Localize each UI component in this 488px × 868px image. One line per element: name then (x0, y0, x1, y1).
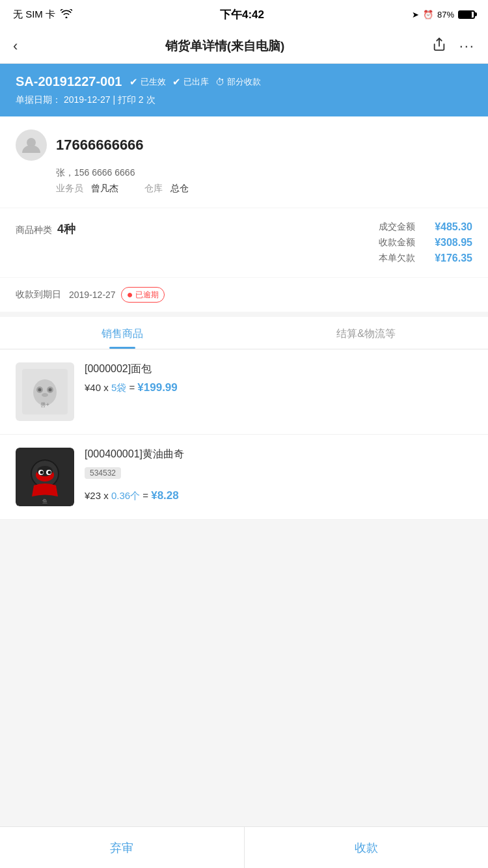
tab-sales-products[interactable]: 销售商品 (0, 317, 244, 349)
summary-card: 商品种类 4种 成交金额 ¥485.30 收款金额 ¥308.95 本单欠款 ¥… (0, 208, 488, 277)
product-price-1: ¥40 x 5袋 = ¥199.99 (85, 381, 472, 394)
list-item: 兽+ [0000002]面包 ¥40 x 5袋 = ¥199.99 (0, 349, 488, 435)
carrier-label: 无 SIM 卡 (13, 8, 55, 21)
customer-contact: 张，156 6666 6666 (56, 167, 472, 179)
collect-payment-button[interactable]: 收款 (245, 827, 489, 868)
page-title: 销货单详情(来自电脑) (165, 38, 285, 55)
customer-meta: 业务员 曾凡杰 仓库 总仓 (56, 183, 472, 195)
alarm-icon: ⏰ (423, 10, 433, 20)
order-date: 单据日期： 2019-12-27 | 打印 2 次 (16, 94, 472, 106)
tab-settlement[interactable]: 结算&物流等 (244, 317, 488, 349)
warehouse-field: 仓库 总仓 (144, 183, 189, 195)
status-left: 无 SIM 卡 (13, 8, 72, 21)
share-icon[interactable] (432, 37, 446, 55)
customer-top: 17666666666 (16, 129, 472, 161)
product-thumbnail-1: 兽+ (16, 362, 74, 421)
back-button[interactable]: ‹ (13, 38, 18, 55)
product-info-2: [000400001]黄油曲奇 534532 ¥23 x 0.36个 = ¥8.… (85, 448, 472, 502)
product-qty-1: 5袋 (111, 382, 129, 393)
svg-text:兽+: 兽+ (40, 401, 49, 408)
order-id: SA-20191227-001 (16, 74, 122, 89)
bottom-bar: 弃审 收款 (0, 826, 488, 868)
salesperson-value: 曾凡杰 (91, 183, 118, 193)
product-info-1: [0000002]面包 ¥40 x 5袋 = ¥199.99 (85, 362, 472, 394)
due-date-row: 收款到期日 2019-12-27 ● 已逾期 (0, 278, 488, 312)
customer-card: 17666666666 张，156 6666 6666 业务员 曾凡杰 仓库 总… (0, 116, 488, 208)
overdue-badge: ● 已逾期 (121, 287, 165, 303)
product-sku-2: 534532 (85, 467, 121, 479)
nav-bar: ‹ 销货单详情(来自电脑) ··· (0, 29, 488, 64)
wifi-icon (61, 9, 72, 20)
badge-active: ✔ 已生效 (129, 76, 166, 88)
debt-amount: ¥176.35 (435, 252, 472, 264)
order-badges: ✔ 已生效 ✔ 已出库 ⏱ 部分收款 (129, 76, 261, 88)
summary-amounts: 成交金额 ¥485.30 收款金额 ¥308.95 本单欠款 ¥176.35 (379, 221, 472, 264)
badge-shipped: ✔ 已出库 (172, 76, 209, 88)
svg-point-18 (48, 471, 51, 474)
received-amount: ¥308.95 (435, 237, 472, 249)
order-header: SA-20191227-001 ✔ 已生效 ✔ 已出库 ⏱ 部分收款 单据日期：… (0, 64, 488, 116)
tabs: 销售商品 结算&物流等 (0, 317, 488, 349)
product-qty-2: 0.36个 (111, 490, 142, 501)
customer-name: 17666666666 (56, 137, 144, 154)
location-icon: ➤ (412, 10, 419, 20)
svg-point-7 (49, 388, 52, 392)
product-price-2: ¥23 x 0.36个 = ¥8.28 (85, 489, 472, 502)
warehouse-value: 总仓 (170, 183, 189, 193)
check-icon-1: ✔ (129, 76, 138, 88)
svg-point-8 (42, 393, 48, 397)
svg-text:鱼: 鱼 (42, 498, 47, 504)
status-right: ➤ ⏰ 87% (412, 10, 475, 20)
nav-actions: ··· (432, 37, 475, 55)
battery-percent: 87% (437, 10, 454, 20)
more-icon[interactable]: ··· (459, 38, 475, 55)
overdue-dot-icon: ● (127, 289, 133, 301)
salesperson-field: 业务员 曾凡杰 (56, 183, 118, 195)
product-list: 兽+ [0000002]面包 ¥40 x 5袋 = ¥199.99 (0, 349, 488, 520)
list-item: 鱼 [000400001]黄油曲奇 534532 ¥23 x 0.36个 = ¥… (0, 435, 488, 520)
product-total-2: ¥8.28 (151, 489, 179, 502)
product-name-1: [0000002]面包 (85, 362, 472, 376)
svg-point-17 (40, 471, 44, 474)
status-time: 下午4:42 (220, 7, 264, 22)
amount-row: 成交金额 ¥485.30 (379, 221, 472, 233)
product-thumbnail-2: 鱼 (16, 448, 74, 506)
svg-point-6 (38, 388, 42, 392)
product-name-2: [000400001]黄油曲奇 (85, 448, 472, 461)
badge-partial: ⏱ 部分收款 (215, 76, 261, 88)
status-bar: 无 SIM 卡 下午4:42 ➤ ⏰ 87% (0, 0, 488, 29)
product-total-1: ¥199.99 (137, 381, 177, 394)
clock-icon: ⏱ (215, 77, 224, 87)
battery-icon (458, 10, 475, 19)
debt-row: 本单欠款 ¥176.35 (379, 252, 472, 264)
total-amount: ¥485.30 (435, 221, 472, 233)
received-row: 收款金额 ¥308.95 (379, 237, 472, 249)
avatar (16, 129, 47, 161)
summary-type: 商品种类 4种 (16, 221, 75, 264)
check-icon-2: ✔ (172, 76, 181, 88)
cancel-review-button[interactable]: 弃审 (0, 827, 245, 868)
